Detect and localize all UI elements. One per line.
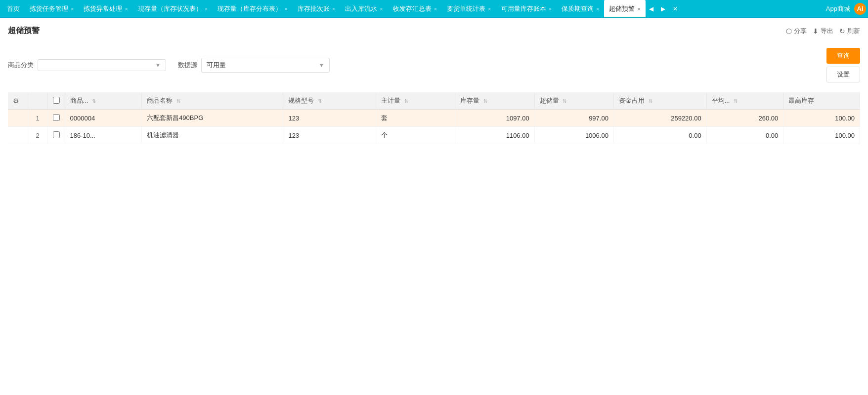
nav-close-exception[interactable]: × xyxy=(125,6,128,12)
row-capital-1: 0.00 xyxy=(613,127,706,144)
table-body: 1 0000004 六配套新昌490BPG 123 套 1097.00 997.… xyxy=(8,110,860,144)
datasource-filter-group: 数据源 可用量 ▼ xyxy=(178,58,330,73)
nav-exception[interactable]: 拣货异常处理 × xyxy=(79,0,132,18)
data-table: ⚙ 商品... ⇅ 商品名称 ⇅ 规格型号 ⇅ xyxy=(8,92,860,144)
nav-available-account[interactable]: 可用量库存账本 × xyxy=(496,0,557,18)
nav-close-requisition-stats[interactable]: × xyxy=(488,6,491,12)
th-capital[interactable]: 资金占用 ⇅ xyxy=(613,92,706,110)
th-checkbox xyxy=(47,92,65,110)
page-header: 超储预警 ⬡ 分享 ⬇ 导出 ↻ 刷新 xyxy=(8,26,860,36)
row-code-0: 0000004 xyxy=(65,110,142,127)
avatar[interactable]: Ai xyxy=(854,3,866,15)
th-settings: ⚙ xyxy=(8,92,28,110)
th-stock[interactable]: 库存量 ⇅ xyxy=(455,92,534,110)
nav-overstock-warning[interactable]: 超储预警 × xyxy=(604,0,645,18)
nav-close-available-account[interactable]: × xyxy=(549,6,552,12)
th-unit[interactable]: 主计量 ⇅ xyxy=(376,92,455,110)
datasource-dropdown-arrow: ▼ xyxy=(319,62,324,68)
nav-close-inventory-dist[interactable]: × xyxy=(284,6,287,12)
datasource-value: 可用量 xyxy=(207,61,226,70)
nav-inout-flow[interactable]: 出入库流水 × xyxy=(340,0,388,18)
sort-icon-overstock: ⇅ xyxy=(563,98,566,104)
nav-inventory-dist[interactable]: 现存量（库存分布表） × xyxy=(213,0,292,18)
row-overstock-0: 997.00 xyxy=(534,110,613,127)
sort-icon-stock: ⇅ xyxy=(483,98,487,104)
row-checkbox-0[interactable] xyxy=(47,110,65,127)
export-icon: ⬇ xyxy=(813,27,819,35)
nav-close-collect-summary[interactable]: × xyxy=(434,6,437,12)
nav-requisition-stats[interactable]: 要货单统计表 × xyxy=(442,0,496,18)
column-settings-icon[interactable]: ⚙ xyxy=(13,97,19,105)
sort-icon-capital: ⇅ xyxy=(649,98,652,104)
th-maxstock[interactable]: 最高库存 xyxy=(783,92,860,110)
settings-button[interactable]: 设置 xyxy=(826,67,860,82)
nav-close-inout-flow[interactable]: × xyxy=(380,6,383,12)
navigation-bar: 首页 拣货任务管理 × 拣货异常处理 × 现存量（库存状况表） × 现存量（库存… xyxy=(0,0,868,18)
nav-batch-account[interactable]: 库存批次账 × xyxy=(293,0,340,18)
row-spec-0: 123 xyxy=(283,110,376,127)
header-actions: ⬡ 分享 ⬇ 导出 ↻ 刷新 xyxy=(786,27,860,36)
table-row: 1 0000004 六配套新昌490BPG 123 套 1097.00 997.… xyxy=(8,110,860,127)
row-spec-1: 123 xyxy=(283,127,376,144)
select-all-checkbox[interactable] xyxy=(53,97,60,104)
row-unit-0: 套 xyxy=(376,110,455,127)
nav-home[interactable]: 首页 xyxy=(2,0,25,18)
nav-task-mgmt[interactable]: 拣货任务管理 × xyxy=(25,0,79,18)
nav-collect-summary[interactable]: 收发存汇总表 × xyxy=(388,0,442,18)
table-row: 2 186-10... 机油滤清器 123 个 1106.00 1006.00 … xyxy=(8,127,860,144)
category-dropdown-arrow: ▼ xyxy=(155,62,161,68)
export-button[interactable]: ⬇ 导出 xyxy=(813,27,833,36)
page-title: 超储预警 xyxy=(8,26,40,36)
user-area: App商城 Ai xyxy=(826,3,866,15)
nav-close-inventory-status[interactable]: × xyxy=(205,6,208,12)
sort-icon-spec: ⇅ xyxy=(318,98,322,104)
row-index-0: 1 xyxy=(28,110,47,127)
row-maxstock-1: 100.00 xyxy=(783,127,860,144)
refresh-icon: ↻ xyxy=(839,27,845,35)
row-checkbox-1[interactable] xyxy=(47,127,65,144)
row-stock-0: 1097.00 xyxy=(455,110,534,127)
category-label: 商品分类 xyxy=(8,61,34,70)
row-avg-0: 260.00 xyxy=(706,110,783,127)
category-select[interactable]: ▼ xyxy=(38,59,166,71)
row-stock-1: 1106.00 xyxy=(455,127,534,144)
th-name[interactable]: 商品名称 ⇅ xyxy=(142,92,283,110)
query-button[interactable]: 查询 xyxy=(826,48,860,64)
row-settings-1 xyxy=(8,127,28,144)
category-filter-group: 商品分类 ▼ xyxy=(8,59,166,71)
nav-arrow-left[interactable]: ◀ xyxy=(646,0,657,18)
page-container: 超储预警 ⬡ 分享 ⬇ 导出 ↻ 刷新 商品分类 ▼ 数据源 xyxy=(0,18,868,395)
nav-arrow-close[interactable]: ✕ xyxy=(669,0,681,18)
row-avg-1: 0.00 xyxy=(706,127,783,144)
datasource-label: 数据源 xyxy=(178,61,197,70)
app-store-label: App商城 xyxy=(826,4,850,13)
nav-inventory-status[interactable]: 现存量（库存状况表） × xyxy=(133,0,213,18)
table-header-row: ⚙ 商品... ⇅ 商品名称 ⇅ 规格型号 ⇅ xyxy=(8,92,860,110)
th-index xyxy=(28,92,47,110)
nav-close-expiry-query[interactable]: × xyxy=(596,6,599,12)
share-button[interactable]: ⬡ 分享 xyxy=(786,27,807,36)
row-unit-1: 个 xyxy=(376,127,455,144)
th-overstock[interactable]: 超储量 ⇅ xyxy=(534,92,613,110)
row-index-1: 2 xyxy=(28,127,47,144)
sort-icon-code: ⇅ xyxy=(92,98,96,104)
refresh-button[interactable]: ↻ 刷新 xyxy=(839,27,860,36)
row-settings-0 xyxy=(8,110,28,127)
nav-arrow-right[interactable]: ▶ xyxy=(657,0,669,18)
nav-close-task-mgmt[interactable]: × xyxy=(71,6,74,12)
share-icon: ⬡ xyxy=(786,27,792,35)
nav-expiry-query[interactable]: 保质期查询 × xyxy=(557,0,604,18)
th-avg[interactable]: 平均... ⇅ xyxy=(706,92,783,110)
nav-close-batch-account[interactable]: × xyxy=(332,6,335,12)
th-spec[interactable]: 规格型号 ⇅ xyxy=(283,92,376,110)
sort-icon-unit: ⇅ xyxy=(404,98,408,104)
sort-icon-avg: ⇅ xyxy=(734,98,738,104)
row-name-0: 六配套新昌490BPG xyxy=(142,110,283,127)
sort-icon-name: ⇅ xyxy=(176,98,180,104)
datasource-select[interactable]: 可用量 ▼ xyxy=(201,58,330,73)
filter-buttons: 查询 设置 xyxy=(826,48,860,82)
th-code[interactable]: 商品... ⇅ xyxy=(65,92,142,110)
nav-close-overstock[interactable]: × xyxy=(637,6,640,12)
row-code-1: 186-10... xyxy=(65,127,142,144)
row-name-1: 机油滤清器 xyxy=(142,127,283,144)
